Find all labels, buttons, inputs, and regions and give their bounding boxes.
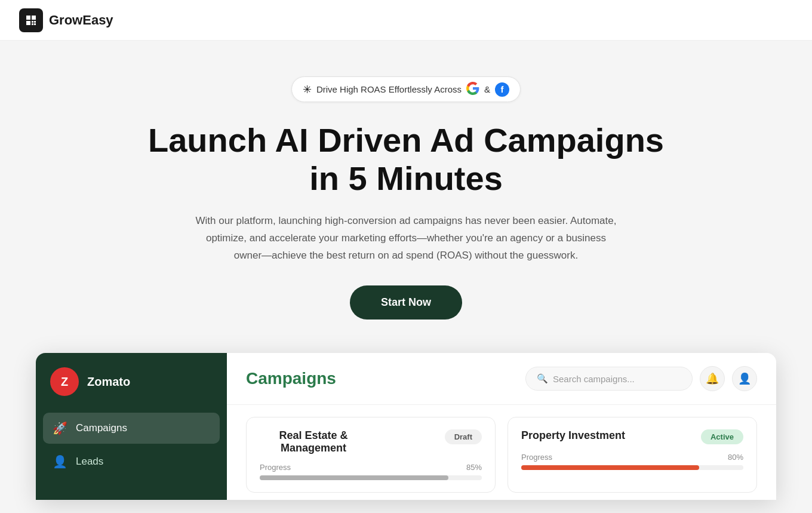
progress-value-1: 85% — [466, 463, 482, 472]
status-badge-2: Active — [701, 429, 743, 444]
main-content: Campaigns 🔍 Search campaigns... 🔔 👤 — [227, 353, 776, 500]
brand-name: Zomato — [87, 375, 130, 389]
hero-subtitle: With our platform, launching high-conver… — [191, 213, 621, 265]
search-area: 🔍 Search campaigns... 🔔 👤 — [525, 366, 757, 391]
badge-connector: & — [484, 84, 490, 94]
progress-text-2: Progress — [521, 453, 552, 462]
preview-container: Z Zomato 🚀 Campaigns 👤 Leads — [36, 353, 776, 500]
campaigns-title: Campaigns — [246, 369, 336, 388]
card-header-1: Real Estate & Management Draft — [260, 429, 482, 454]
progress-text-1: Progress — [260, 463, 291, 472]
facebook-icon: f — [495, 82, 509, 97]
campaign-card-2[interactable]: Property Investment Active Progress 80% — [508, 417, 757, 493]
main-header: Campaigns 🔍 Search campaigns... 🔔 👤 — [227, 353, 776, 405]
logo-icon — [19, 8, 43, 32]
hero-badge: ✳ Drive High ROAS Effortlessly Across & … — [291, 76, 521, 102]
brand-avatar: Z — [50, 367, 79, 396]
leads-icon: 👤 — [53, 454, 67, 469]
logo-svg — [24, 13, 38, 27]
logo: GrowEasy — [19, 8, 113, 32]
dashboard-preview: Z Zomato 🚀 Campaigns 👤 Leads — [12, 353, 800, 500]
hero-section: ✳ Drive High ROAS Effortlessly Across & … — [0, 41, 812, 513]
campaign-card-1[interactable]: Real Estate & Management Draft Progress … — [246, 417, 496, 493]
google-icon — [466, 82, 479, 97]
sidebar-nav: 🚀 Campaigns 👤 Leads — [36, 413, 227, 477]
progress-bar-bg-2 — [521, 465, 743, 470]
app-header: GrowEasy — [0, 0, 812, 41]
start-now-button[interactable]: Start Now — [350, 285, 462, 320]
notifications-button[interactable]: 🔔 — [700, 366, 725, 391]
logo-text: GrowEasy — [49, 13, 113, 28]
sidebar-brand: Z Zomato — [36, 353, 227, 413]
badge-text: Drive High ROAS Effortlessly Across — [316, 84, 462, 94]
status-badge-1: Draft — [445, 429, 482, 444]
bell-icon: 🔔 — [706, 372, 719, 385]
sidebar-item-leads[interactable]: 👤 Leads — [43, 446, 220, 477]
campaigns-grid: Real Estate & Management Draft Progress … — [227, 405, 776, 500]
progress-label-2: Progress 80% — [521, 453, 743, 462]
progress-bar-fill-1 — [260, 475, 448, 480]
card-header-2: Property Investment Active — [521, 429, 743, 444]
sidebar-leads-label: Leads — [76, 456, 103, 468]
sidebar-campaigns-label: Campaigns — [76, 422, 127, 434]
badge-star-icon: ✳ — [303, 83, 312, 96]
progress-value-2: 80% — [728, 453, 743, 462]
user-icon: 👤 — [738, 372, 751, 385]
card-title-2: Property Investment — [521, 429, 625, 442]
search-placeholder: Search campaigns... — [553, 374, 635, 384]
search-icon: 🔍 — [537, 373, 548, 384]
hero-title: Launch AI Driven Ad Campaigns in 5 Minut… — [137, 121, 675, 198]
sidebar-item-campaigns[interactable]: 🚀 Campaigns — [43, 413, 220, 444]
search-box[interactable]: 🔍 Search campaigns... — [525, 367, 693, 391]
campaigns-icon: 🚀 — [53, 421, 67, 435]
sidebar: Z Zomato 🚀 Campaigns 👤 Leads — [36, 353, 227, 500]
profile-button[interactable]: 👤 — [732, 366, 757, 391]
progress-bar-fill-2 — [521, 465, 699, 470]
progress-label-1: Progress 85% — [260, 463, 482, 472]
card-title-1: Real Estate & Management — [260, 429, 367, 454]
progress-bar-bg-1 — [260, 475, 482, 480]
